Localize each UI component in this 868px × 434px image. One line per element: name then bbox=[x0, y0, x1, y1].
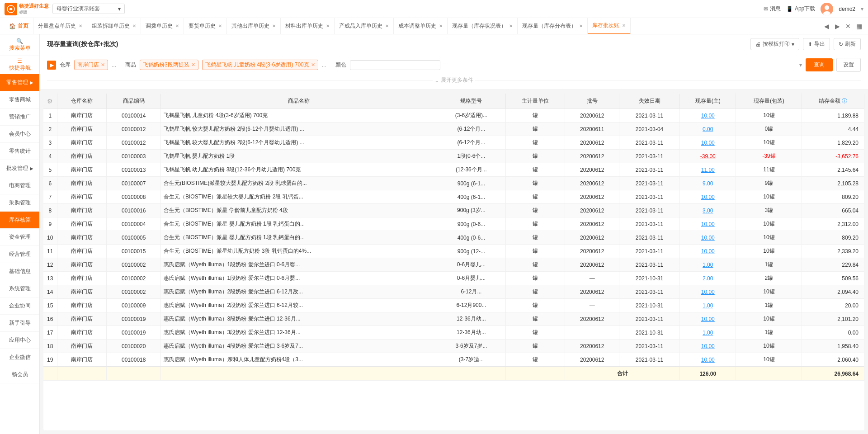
td-qty-main[interactable]: 10.00 bbox=[680, 217, 736, 231]
tab-4[interactable]: 要货单历史 ✕ bbox=[184, 18, 227, 34]
sidebar-item-enterprise[interactable]: 企业协同 bbox=[0, 297, 39, 315]
sidebar-item-app-center[interactable]: 应用中心 bbox=[0, 332, 39, 349]
product-more-btn[interactable]: ... bbox=[322, 62, 326, 68]
table-row: 14 南岸门店 00100002 惠氏启赋（Wyeth illuma）2段奶粉 … bbox=[43, 285, 864, 299]
settings-button[interactable]: 设置 bbox=[836, 58, 861, 72]
expand-more-btn[interactable]: ⌄ 展开更多条件 bbox=[433, 75, 475, 86]
td-qty-main[interactable]: 10.00 bbox=[680, 285, 736, 299]
tab-6[interactable]: 材料出库单历史 ✕ bbox=[281, 18, 335, 34]
td-qty-main[interactable]: 10.00 bbox=[680, 312, 736, 326]
message-btn[interactable]: ✉ 消息 bbox=[764, 5, 781, 13]
td-expire: 2021-03-11 bbox=[619, 150, 680, 163]
tab-5[interactable]: 其他出库单历史 ✕ bbox=[227, 18, 281, 34]
user-dropdown-icon[interactable]: ▾ bbox=[861, 6, 863, 12]
sidebar-item-wechat[interactable]: 企业微信 bbox=[0, 349, 39, 366]
tab-prev-btn[interactable]: ◀ bbox=[822, 22, 831, 31]
page-title: 现存量查询(按仓库+批次) bbox=[47, 40, 118, 48]
tab-close-btn[interactable]: ✕ bbox=[844, 22, 853, 31]
td-qty-main[interactable]: 10.00 bbox=[680, 136, 736, 150]
td-qty-main[interactable]: 10.00 bbox=[680, 245, 736, 258]
tab-11[interactable]: 库存批次账 ✕ bbox=[588, 18, 631, 34]
td-qty-main[interactable]: 2.00 bbox=[680, 272, 736, 285]
sidebar-item-newbie[interactable]: 新手引导 bbox=[0, 315, 39, 332]
print-button[interactable]: 🖨 按模板打印 ▾ bbox=[750, 38, 799, 50]
close-tab-9[interactable]: ✕ bbox=[509, 24, 513, 28]
td-qty-main[interactable]: -39.00 bbox=[680, 150, 736, 163]
table-row: 8 南岸门店 00100016 合生元（BIOSTIME）派星 学龄前儿童配方奶… bbox=[43, 204, 864, 217]
td-qty-main[interactable]: 10.00 bbox=[680, 231, 736, 245]
td-qty-main[interactable]: 10.00 bbox=[680, 353, 736, 367]
td-code: 00100016 bbox=[107, 204, 161, 217]
sidebar-item-member[interactable]: 会员中心 bbox=[0, 126, 39, 143]
search-button[interactable]: 查询 bbox=[806, 58, 833, 71]
td-qty-main[interactable]: 0.00 bbox=[680, 123, 736, 136]
export-button[interactable]: ⬆ 导出 bbox=[803, 38, 830, 50]
sidebar-item-retail-stats[interactable]: 零售统计 bbox=[0, 143, 39, 160]
sidebar-item-finance[interactable]: 资金管理 bbox=[0, 229, 39, 246]
td-qty-main[interactable]: 1.00 bbox=[680, 326, 736, 340]
refresh-icon: ↻ bbox=[839, 41, 843, 47]
tab-1[interactable]: 分量盘点单历史 ✕ bbox=[33, 18, 87, 34]
sidebar-item-member-v2[interactable]: 畅会员 bbox=[0, 366, 39, 383]
column-settings-icon[interactable]: ⚙ bbox=[47, 98, 53, 105]
tab-7[interactable]: 产成品入库单历史 ✕ bbox=[335, 18, 394, 34]
tab-2[interactable]: 组装拆卸单历史 ✕ bbox=[87, 18, 141, 34]
sidebar-search[interactable]: 🔍 搜索菜单 bbox=[0, 34, 39, 56]
sidebar-item-ecommerce[interactable]: 电商管理 bbox=[0, 177, 39, 194]
sidebar-item-retail[interactable]: 零售管理 ▶ bbox=[0, 74, 39, 91]
close-tab-6[interactable]: ✕ bbox=[326, 24, 330, 28]
close-tab-11[interactable]: ✕ bbox=[622, 23, 626, 28]
amount-info-icon[interactable]: ⓘ bbox=[842, 98, 847, 104]
td-qty-main[interactable]: 10.00 bbox=[680, 190, 736, 204]
close-tab-7[interactable]: ✕ bbox=[385, 24, 389, 28]
sidebar-item-purchase[interactable]: 采购管理 bbox=[0, 194, 39, 212]
close-tab-3[interactable]: ✕ bbox=[175, 24, 179, 28]
product-filter-tag-1[interactable]: 飞鹤奶粉3段两提装 ✕ bbox=[140, 60, 198, 70]
td-qty-main[interactable]: 3.00 bbox=[680, 204, 736, 217]
sidebar-item-marketing[interactable]: 营销推广 bbox=[0, 108, 39, 126]
close-tab-5[interactable]: ✕ bbox=[272, 24, 276, 28]
td-qty-main[interactable]: 10.00 bbox=[680, 340, 736, 353]
td-qty-main[interactable]: 11.00 bbox=[680, 163, 736, 177]
close-tab-2[interactable]: ✕ bbox=[132, 24, 136, 28]
avatar[interactable] bbox=[821, 3, 833, 15]
tab-9[interactable]: 现存量（库存状况表） ✕ bbox=[448, 18, 518, 34]
tab-menu-btn[interactable]: ▦ bbox=[854, 22, 863, 31]
industry-selector[interactable]: 母婴行业演示账套 ▾ bbox=[52, 4, 125, 14]
warehouse-filter-tag[interactable]: 南岸门店 ✕ bbox=[74, 60, 108, 70]
sidebar-quick-nav[interactable]: ☰ 快捷导航 bbox=[0, 56, 39, 74]
tab-next-btn[interactable]: ▶ bbox=[833, 22, 842, 31]
sidebar-item-system[interactable]: 系统管理 bbox=[0, 280, 39, 297]
app-download-btn[interactable]: 📱 App下载 bbox=[786, 5, 815, 13]
warehouse-more-btn[interactable]: ... bbox=[112, 62, 116, 68]
inventory-table: ⚙ 仓库名称 商品编码 商品名称 规格型号 主计量单位 批号 失效日期 现存量(… bbox=[43, 94, 864, 381]
refresh-button[interactable]: ↻ 刷新 bbox=[834, 38, 861, 50]
tab-3[interactable]: 调拨单历史 ✕ bbox=[141, 18, 184, 34]
remove-product-tag-2[interactable]: ✕ bbox=[311, 62, 315, 68]
close-tab-1[interactable]: ✕ bbox=[79, 24, 82, 28]
remove-warehouse-tag[interactable]: ✕ bbox=[101, 62, 105, 68]
sidebar-item-inventory[interactable]: 库存核算 bbox=[0, 212, 39, 229]
td-qty-main[interactable]: 9.00 bbox=[680, 177, 736, 190]
filter-expand-btn[interactable]: ▶ bbox=[47, 61, 56, 70]
tab-home[interactable]: 🏠 首页 bbox=[5, 18, 33, 34]
sidebar-item-mall[interactable]: 零售商城 bbox=[0, 91, 39, 108]
sidebar-item-basics[interactable]: 基础信息 bbox=[0, 263, 39, 280]
td-qty-main[interactable]: 1.00 bbox=[680, 258, 736, 272]
td-unit: 罐 bbox=[505, 136, 565, 150]
tab-10[interactable]: 现存量（库存分布表） ✕ bbox=[518, 18, 588, 34]
remove-product-tag-1[interactable]: ✕ bbox=[191, 62, 195, 68]
sidebar-item-operations[interactable]: 经营管理 bbox=[0, 246, 39, 263]
close-tab-4[interactable]: ✕ bbox=[218, 24, 222, 28]
th-settings[interactable]: ⚙ bbox=[43, 94, 57, 109]
product-filter-tag-2[interactable]: 飞鹤星飞帆 儿童奶粉 4段(3-6岁适用) 700克 ✕ bbox=[202, 60, 318, 70]
td-unit: 罐 bbox=[505, 285, 565, 299]
close-tab-10[interactable]: ✕ bbox=[579, 24, 583, 28]
td-qty-main[interactable]: 10.00 bbox=[680, 109, 736, 123]
sidebar-item-wholesale[interactable]: 批发管理 ▶ bbox=[0, 160, 39, 177]
color-filter-input[interactable] bbox=[350, 60, 440, 70]
close-tab-8[interactable]: ✕ bbox=[439, 24, 443, 28]
td-qty-main[interactable]: 1.00 bbox=[680, 299, 736, 312]
color-dropdown-icon[interactable]: ▾ bbox=[799, 62, 802, 68]
tab-8[interactable]: 成本调整单历史 ✕ bbox=[394, 18, 448, 34]
